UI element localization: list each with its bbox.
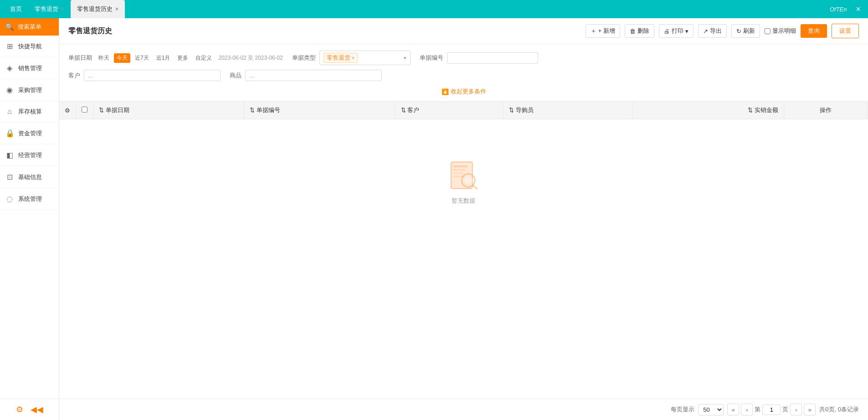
first-page-button[interactable]: «	[727, 404, 739, 415]
sidebar-bottom: ⚙ ◀◀	[0, 399, 59, 420]
export-icon: ↗	[703, 28, 708, 35]
sidebar-item-system-mgmt[interactable]: ◌ 系统管理	[0, 188, 59, 210]
settings-icon[interactable]: ⚙	[16, 405, 23, 415]
next-page-button[interactable]: ›	[790, 404, 802, 415]
data-table: ⚙ ⇅ 单据日期 ⇅ 单据编号	[59, 102, 868, 241]
date-filter-label: 单据日期	[68, 54, 92, 62]
svg-rect-1	[453, 166, 468, 168]
top-bar: 首页 零售退货 × 零售退货历史 × OfTEn ×	[0, 0, 868, 18]
col-amount-sort: ⇅	[748, 107, 755, 113]
doc-no-label: 单据编号	[420, 54, 443, 62]
sidebar-item-finance-mgmt[interactable]: 🔒 资金管理	[0, 123, 59, 144]
sidebar-item-quick-nav[interactable]: ⊞ 快捷导航	[0, 36, 59, 57]
tab-retail-return-close[interactable]: ×	[61, 6, 64, 12]
date-opt-today[interactable]: 今天	[114, 53, 130, 63]
page-title: 零售退货历史	[68, 26, 112, 36]
print-button[interactable]: 🖨 打印 ▾	[659, 24, 693, 38]
collapse-button[interactable]: 🔼 收起更多条件	[442, 87, 486, 96]
col-amount: ⇅ 实销金额	[633, 102, 784, 119]
doc-type-label: 单据类型	[292, 54, 316, 62]
speaker-icon[interactable]: ◀◀	[31, 405, 43, 415]
pagination-bar: 每页显示 20 50 100 « ‹ 第 页 › » 共0页, 0条记录	[59, 399, 868, 420]
doc-type-chevron: ▾	[404, 55, 406, 61]
date-opt-more[interactable]: 更多	[175, 53, 191, 63]
settings-button[interactable]: 设置	[832, 24, 859, 38]
system-mgmt-icon: ◌	[5, 195, 14, 203]
tab-retail-return-history-close[interactable]: ×	[115, 6, 118, 12]
sidebar-item-ops-mgmt[interactable]: ◧ 经营管理	[0, 144, 59, 166]
sidebar-item-basic-info[interactable]: ⊡ 基础信息	[0, 166, 59, 188]
page-text: 第	[755, 405, 760, 414]
date-opt-last-month[interactable]: 近1月	[154, 53, 173, 63]
select-all-checkbox[interactable]	[82, 107, 87, 113]
tab-home-label: 首页	[10, 5, 22, 13]
page-actions: ＋ + 新增 🗑 删除 🖨 打印 ▾ ↗ 导出 ↻	[586, 24, 859, 38]
svg-rect-3	[453, 173, 464, 174]
settings-gear-icon[interactable]: ⚙	[65, 107, 70, 114]
display-detail-toggle: 显示明细	[765, 27, 796, 35]
filter-doc-no: 单据编号	[420, 52, 538, 64]
table-area: ⚙ ⇅ 单据日期 ⇅ 单据编号	[59, 102, 868, 399]
tab-retail-return-history[interactable]: 零售退货历史 ×	[71, 0, 125, 18]
filter-goods: 商品 ...	[230, 70, 382, 81]
filter-date: 单据日期 昨天 今天 近7天 近1月 更多 自定义 2023-06-02 至 2…	[68, 53, 283, 63]
col-checkbox[interactable]	[76, 102, 93, 119]
new-button[interactable]: ＋ + 新增	[586, 24, 620, 38]
tab-retail-return[interactable]: 零售退货 ×	[28, 0, 71, 18]
doc-no-input[interactable]	[447, 52, 538, 64]
sidebar-item-sales-mgmt[interactable]: ◈ 销售管理	[0, 57, 59, 79]
sidebar-item-inventory[interactable]: ⌂ 库存核算	[0, 101, 59, 123]
page-number-input[interactable]	[762, 405, 781, 415]
main-layout: 🔍 搜索菜单 ⊞ 快捷导航 ◈ 销售管理 ◉ 采购管理 ⌂ 库存核算 🔒 资金管	[0, 18, 868, 420]
window-close-button[interactable]: ×	[852, 5, 864, 14]
page-header: 零售退货历史 ＋ + 新增 🗑 删除 🖨 打印 ▾ ↗ 导出	[59, 18, 868, 44]
delete-button[interactable]: 🗑 删除	[625, 24, 654, 38]
sidebar: 🔍 搜索菜单 ⊞ 快捷导航 ◈ 销售管理 ◉ 采购管理 ⌂ 库存核算 🔒 资金管	[0, 18, 59, 420]
doc-type-select[interactable]: 零售退货 × ▾	[319, 51, 411, 65]
col-date: ⇅ 单据日期	[93, 102, 244, 119]
customer-label: 客户	[68, 72, 80, 80]
export-button[interactable]: ↗ 导出	[698, 24, 727, 38]
filter-customer: 客户 ...	[68, 70, 221, 81]
filter-doc-type: 单据类型 零售退货 × ▾	[292, 51, 411, 65]
page-size-select[interactable]: 20 50 100	[698, 404, 724, 415]
date-opt-yesterday[interactable]: 昨天	[96, 53, 112, 63]
top-bar-right: OfTEn ×	[830, 5, 864, 14]
refresh-icon: ↻	[736, 28, 741, 35]
sidebar-item-purchase-mgmt[interactable]: ◉ 采购管理	[0, 79, 59, 101]
print-icon: 🖨	[664, 28, 670, 35]
query-button[interactable]: 查询	[801, 24, 827, 38]
tab-home[interactable]: 首页	[4, 0, 28, 18]
col-guide: ⇅ 导购员	[503, 102, 632, 119]
goods-select[interactable]: ...	[245, 70, 382, 81]
filter-area: 单据日期 昨天 今天 近7天 近1月 更多 自定义 2023-06-02 至 2…	[59, 44, 868, 102]
goods-label: 商品	[230, 72, 241, 80]
col-customer-sort: ⇅	[401, 107, 408, 113]
page-size-label: 每页显示	[671, 405, 694, 414]
basic-info-icon: ⊡	[5, 173, 14, 181]
date-opt-last7[interactable]: 近7天	[132, 53, 152, 63]
display-detail-checkbox[interactable]	[765, 28, 770, 34]
col-settings[interactable]: ⚙	[59, 102, 76, 119]
often-text: OfTEn	[830, 6, 847, 13]
svg-point-7	[464, 176, 473, 184]
refresh-button[interactable]: ↻ 刷新	[731, 24, 760, 38]
ops-mgmt-icon: ◧	[5, 151, 14, 159]
doc-type-tag: 零售退货 ×	[324, 53, 358, 63]
collapse-icon: 🔼	[442, 88, 449, 95]
col-doc-no: ⇅ 单据编号	[244, 102, 395, 119]
sidebar-item-purchase-label: 采购管理	[18, 86, 42, 94]
sidebar-search-label: 搜索菜单	[18, 23, 41, 31]
sidebar-search[interactable]: 🔍 搜索菜单	[0, 18, 59, 36]
empty-state: 暂无数据	[59, 119, 868, 241]
sidebar-item-basic-label: 基础信息	[18, 173, 42, 181]
page-nav: « ‹ 第 页 › »	[727, 404, 816, 415]
doc-type-tag-close[interactable]: ×	[352, 55, 354, 61]
new-icon: ＋	[591, 27, 596, 35]
last-page-button[interactable]: »	[804, 404, 816, 415]
col-doc-no-sort: ⇅	[250, 107, 257, 113]
prev-page-button[interactable]: ‹	[741, 404, 753, 415]
delete-icon: 🗑	[630, 28, 636, 35]
date-opt-custom[interactable]: 自定义	[193, 53, 215, 63]
customer-select[interactable]: ...	[84, 70, 221, 81]
